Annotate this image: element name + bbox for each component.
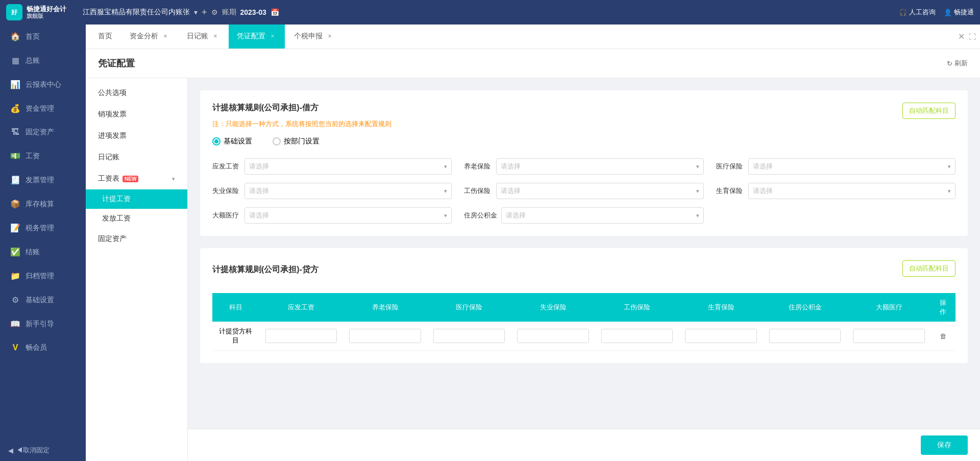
- sidebar-item-inventory[interactable]: 📦 库存核算: [0, 192, 86, 216]
- left-menu-purchase[interactable]: 进项发票: [86, 125, 187, 147]
- sidebar-item-archive[interactable]: 📁 归档管理: [0, 264, 86, 288]
- sidebar-item-funds[interactable]: 💰 资金管理: [0, 96, 86, 120]
- cell-birth-input[interactable]: [679, 322, 763, 351]
- tab-funds[interactable]: 资金分析 ×: [121, 25, 178, 48]
- select-housing[interactable]: 请选择 ▾: [501, 207, 703, 224]
- sidebar-label-funds: 资金管理: [26, 104, 54, 113]
- funds-icon: 💰: [10, 104, 20, 113]
- company-dropdown-icon[interactable]: ▾: [194, 8, 198, 16]
- tab-home[interactable]: 首页: [90, 25, 120, 48]
- assets-icon: 🏗: [10, 128, 20, 137]
- input-salary[interactable]: [265, 329, 337, 343]
- delete-icon[interactable]: 🗑: [940, 332, 946, 340]
- window-close-icon[interactable]: ✕: [958, 32, 965, 41]
- window-maximize-icon[interactable]: ⛶: [969, 33, 976, 41]
- input-birth[interactable]: [685, 329, 757, 343]
- input-pension[interactable]: [349, 329, 421, 343]
- sidebar-item-ledger[interactable]: ▦ 总账: [0, 48, 86, 72]
- debit-form-grid: 应发工资 请选择 ▾ 养老保险 请选择 ▾: [212, 158, 955, 224]
- sidebar-item-settings[interactable]: ⚙ 基础设置: [0, 288, 86, 312]
- cell-unemployment-input[interactable]: [511, 322, 595, 351]
- refresh-button[interactable]: ↻ 刷新: [947, 59, 968, 68]
- select-large-medical[interactable]: 请选择 ▾: [244, 207, 452, 224]
- sidebar-label-home: 首页: [26, 32, 40, 41]
- service-button[interactable]: 🎧 人工咨询: [899, 8, 936, 17]
- col-housing: 住房公积金: [763, 293, 847, 322]
- sidebar-item-vip[interactable]: V 畅会员: [0, 336, 86, 359]
- tab-tax-report[interactable]: 个税申报 ×: [286, 25, 342, 48]
- sidebar-item-tax[interactable]: 📝 税务管理: [0, 216, 86, 240]
- cell-action[interactable]: 🗑: [931, 322, 955, 351]
- tab-voucher[interactable]: 凭证配置 ×: [229, 25, 285, 48]
- sidebar-item-closing[interactable]: ✅ 结账: [0, 240, 86, 264]
- select-unemployment[interactable]: 请选择 ▾: [244, 183, 452, 199]
- select-salary-chevron: ▾: [444, 163, 447, 170]
- cell-salary-input[interactable]: [259, 322, 344, 351]
- unpin-button[interactable]: ◀ ◀取消固定: [0, 440, 86, 461]
- credit-auto-match-btn[interactable]: 自动匹配科目: [902, 260, 955, 277]
- period-label: 账期: [222, 8, 236, 17]
- input-medical[interactable]: [433, 329, 505, 343]
- settings-icon[interactable]: ⚙: [211, 8, 218, 16]
- input-housing[interactable]: [769, 329, 841, 343]
- left-menu-calc-payroll[interactable]: 计提工资: [86, 189, 187, 209]
- sidebar-item-home[interactable]: 🏠 首页: [0, 25, 86, 48]
- sidebar-item-reports[interactable]: 📊 云报表中心: [0, 72, 86, 96]
- select-pension[interactable]: 请选择 ▾: [496, 158, 703, 175]
- tab-journal[interactable]: 日记账 ×: [179, 25, 228, 48]
- reports-icon: 📊: [10, 80, 20, 89]
- select-medical[interactable]: 请选择 ▾: [748, 158, 955, 175]
- archive-icon: 📁: [10, 271, 20, 281]
- tab-funds-close[interactable]: ×: [161, 32, 169, 40]
- select-salary-placeholder: 请选择: [249, 162, 269, 171]
- sidebar-item-invoice[interactable]: 🧾 发票管理: [0, 168, 86, 192]
- cell-medical-input[interactable]: [427, 322, 511, 351]
- left-menu-sales[interactable]: 销项发票: [86, 104, 187, 125]
- unpin-icon: ◀: [8, 447, 13, 454]
- service-label: 人工咨询: [909, 8, 936, 17]
- tab-tax-close[interactable]: ×: [326, 32, 334, 40]
- cell-pension-input[interactable]: [343, 322, 427, 351]
- label-injury: 工伤保险: [464, 186, 492, 196]
- field-large-medical: 大额医疗 请选择 ▾: [212, 207, 452, 224]
- input-large-medical[interactable]: [853, 329, 925, 343]
- calendar-icon[interactable]: 📅: [271, 8, 279, 16]
- cell-large-medical-input[interactable]: [847, 322, 931, 351]
- sidebar-item-assets[interactable]: 🏗 固定资产: [0, 120, 86, 144]
- top-bar: 好 畅捷通好会计 旗舰版 江西服宝精品有限责任公司内账张 ▾ + ⚙ 账期 20…: [0, 0, 980, 25]
- select-birth[interactable]: 请选择 ▾: [748, 183, 955, 199]
- sidebar-label-guide: 新手引导: [26, 320, 54, 329]
- cell-housing-input[interactable]: [763, 322, 847, 351]
- input-injury[interactable]: [601, 329, 673, 343]
- left-menu-payroll-table[interactable]: 工资表 NEW ▾: [86, 168, 187, 189]
- radio-group: 基础设置 按部门设置: [212, 137, 955, 146]
- select-large-medical-chevron: ▾: [444, 212, 447, 219]
- save-button[interactable]: 保存: [921, 435, 968, 455]
- sidebar-item-guide[interactable]: 📖 新手引导: [0, 312, 86, 336]
- radio-basic[interactable]: 基础设置: [212, 137, 252, 146]
- radio-dept[interactable]: 按部门设置: [273, 137, 320, 146]
- left-menu-public[interactable]: 公共选项: [86, 82, 187, 104]
- sidebar-label-tax: 税务管理: [26, 224, 54, 233]
- refresh-icon: ↻: [947, 60, 952, 67]
- add-company-btn[interactable]: +: [202, 7, 207, 18]
- tab-journal-close[interactable]: ×: [211, 32, 219, 40]
- user-info[interactable]: 👤 畅捷通: [944, 8, 974, 17]
- debit-auto-match-btn[interactable]: 自动匹配科目: [902, 103, 955, 119]
- sidebar-label-payroll: 工资: [26, 152, 40, 161]
- input-unemployment[interactable]: [517, 329, 589, 343]
- cell-injury-input[interactable]: [595, 322, 679, 351]
- company-selector[interactable]: 江西服宝精品有限责任公司内账张 ▾ + ⚙ 账期 2023-03 📅: [83, 7, 899, 18]
- field-injury: 工伤保险 请选择 ▾: [464, 183, 703, 199]
- sidebar-label-archive: 归档管理: [26, 272, 54, 281]
- col-medical: 医疗保险: [427, 293, 511, 322]
- left-menu-pay-payroll[interactable]: 发放工资: [86, 209, 187, 228]
- select-injury[interactable]: 请选择 ▾: [496, 183, 703, 199]
- field-pension: 养老保险 请选择 ▾: [464, 158, 703, 175]
- left-menu-journal[interactable]: 日记账: [86, 147, 187, 168]
- left-menu-fixed-assets[interactable]: 固定资产: [86, 228, 187, 250]
- sidebar-item-payroll[interactable]: 💵 工资: [0, 144, 86, 168]
- col-unemployment: 失业保险: [511, 293, 595, 322]
- tab-voucher-close[interactable]: ×: [268, 32, 277, 40]
- select-salary[interactable]: 请选择 ▾: [244, 158, 452, 175]
